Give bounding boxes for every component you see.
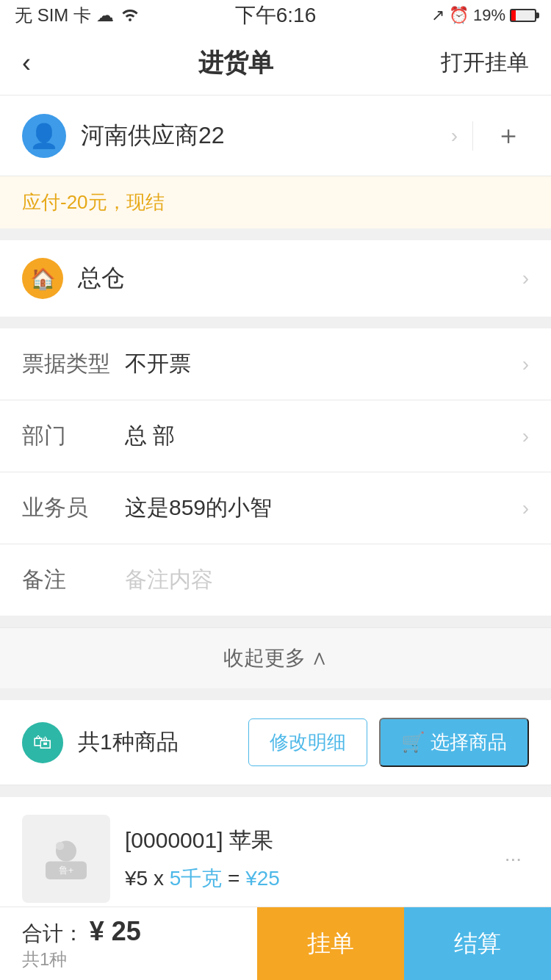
select-product-label: 选择商品 xyxy=(431,729,507,755)
avatar: 👤 xyxy=(22,114,66,158)
cart-icon: 🛍 xyxy=(33,731,52,754)
department-value: 总 部 xyxy=(125,421,522,451)
salesperson-row[interactable]: 业务员 这是859的小智 › xyxy=(0,472,551,544)
product-item-card: 鲁+ [0000001] 苹果 ¥5 x 5千克 = ¥25 ··· xyxy=(0,797,551,920)
warning-row: 应付-20元，现结 xyxy=(0,176,551,228)
warehouse-row[interactable]: 🏠 总仓 › xyxy=(0,240,551,317)
form-card: 票据类型 不开票 › 部门 总 部 › 业务员 这是859的小智 › 备注 备注… xyxy=(0,328,551,616)
collapse-button[interactable]: 收起更多 ∧ xyxy=(0,627,551,688)
product-image-icon: 鲁+ xyxy=(40,833,92,884)
product-thumbnail: 鲁+ xyxy=(22,815,110,903)
select-product-icon: 🛒 xyxy=(401,731,425,754)
ticket-type-label: 票据类型 xyxy=(22,349,125,379)
svg-point-1 xyxy=(56,842,64,850)
product-title: 苹果 xyxy=(229,828,273,852)
sim-label: 无 SIM 卡 ☁ xyxy=(15,4,114,27)
edit-detail-button[interactable]: 修改明细 xyxy=(248,718,367,766)
department-label: 部门 xyxy=(22,421,125,451)
svg-text:鲁+: 鲁+ xyxy=(59,865,73,876)
department-row[interactable]: 部门 总 部 › xyxy=(0,400,551,472)
supplier-card: 👤 河南供应商22 › ＋ 应付-20元，现结 xyxy=(0,96,551,228)
person-icon: 👤 xyxy=(29,122,59,150)
unit-price: ¥5 xyxy=(125,867,148,890)
status-left: 无 SIM 卡 ☁ xyxy=(15,4,140,27)
quantity: 5千克 xyxy=(170,867,223,890)
product-count: 共1种商品 xyxy=(78,727,248,757)
total-price: ¥25 xyxy=(245,867,280,890)
wifi-icon xyxy=(120,5,140,26)
salesperson-value: 这是859的小智 xyxy=(125,493,522,523)
product-item: 鲁+ [0000001] 苹果 ¥5 x 5千克 = ¥25 ··· xyxy=(0,797,551,920)
status-right: ↗ ⏰ 19% xyxy=(431,6,536,25)
hang-order-button[interactable]: 挂单 xyxy=(257,907,404,980)
nav-bar: ‹ 进货单 打开挂单 xyxy=(0,31,551,96)
ticket-type-row[interactable]: 票据类型 不开票 › xyxy=(0,328,551,400)
supplier-row[interactable]: 👤 河南供应商22 › ＋ xyxy=(0,96,551,176)
multiply-sign: x xyxy=(154,867,170,890)
product-name: [0000001] 苹果 xyxy=(125,826,497,856)
chevron-right-icon: › xyxy=(451,124,458,148)
ticket-type-value: 不开票 xyxy=(125,349,522,379)
chevron-right-icon: › xyxy=(522,497,529,520)
main-content: 👤 河南供应商22 › ＋ 应付-20元，现结 🏠 总仓 › 票据类型 不开票 … xyxy=(0,96,551,980)
total-label: 合计： xyxy=(22,922,84,945)
back-button[interactable]: ‹ xyxy=(22,48,31,79)
warehouse-icon: 🏠 xyxy=(22,258,63,299)
chevron-right-icon: › xyxy=(522,425,529,448)
product-info: [0000001] 苹果 ¥5 x 5千克 = ¥25 xyxy=(125,826,497,893)
home-icon: 🏠 xyxy=(30,267,56,291)
remark-row[interactable]: 备注 备注内容 xyxy=(0,544,551,616)
warehouse-card[interactable]: 🏠 总仓 › xyxy=(0,240,551,317)
checkout-button[interactable]: 结算 xyxy=(404,907,551,980)
select-product-button[interactable]: 🛒 选择商品 xyxy=(379,718,529,767)
product-icon: 🛍 xyxy=(22,722,63,763)
total-line: 合计： ¥ 25 xyxy=(22,916,235,948)
equals-sign: = xyxy=(228,867,245,890)
bottom-bar: 合计： ¥ 25 共1种 挂单 结算 xyxy=(0,907,551,980)
chevron-right-icon: › xyxy=(522,267,529,290)
product-header: 🛍 共1种商品 修改明细 🛒 选择商品 xyxy=(0,700,551,785)
remark-placeholder: 备注内容 xyxy=(125,565,529,595)
divider xyxy=(472,121,473,151)
total-amount: ¥ 25 xyxy=(90,916,141,946)
remark-label: 备注 xyxy=(22,565,125,595)
total-area: 合计： ¥ 25 共1种 xyxy=(0,916,257,971)
chevron-right-icon: › xyxy=(522,353,529,376)
open-hang-button[interactable]: 打开挂单 xyxy=(441,48,529,78)
product-code: [0000001] xyxy=(125,828,223,852)
product-price-row: ¥5 x 5千克 = ¥25 xyxy=(125,865,497,893)
location-icon: ↗ xyxy=(431,6,444,25)
add-button[interactable]: ＋ xyxy=(488,110,529,161)
alarm-icon: ⏰ xyxy=(449,6,469,25)
more-options-button[interactable]: ··· xyxy=(497,840,529,878)
salesperson-label: 业务员 xyxy=(22,493,125,523)
battery-icon xyxy=(510,9,536,22)
total-count: 共1种 xyxy=(22,948,235,971)
page-title: 进货单 xyxy=(198,46,273,80)
battery-label: 19% xyxy=(473,6,505,25)
status-time: 下午6:16 xyxy=(235,1,317,29)
warehouse-name: 总仓 xyxy=(78,262,522,295)
product-section: 🛍 共1种商品 修改明细 🛒 选择商品 xyxy=(0,700,551,785)
status-bar: 无 SIM 卡 ☁ 下午6:16 ↗ ⏰ 19% xyxy=(0,0,551,31)
supplier-name: 河南供应商22 xyxy=(81,120,451,152)
